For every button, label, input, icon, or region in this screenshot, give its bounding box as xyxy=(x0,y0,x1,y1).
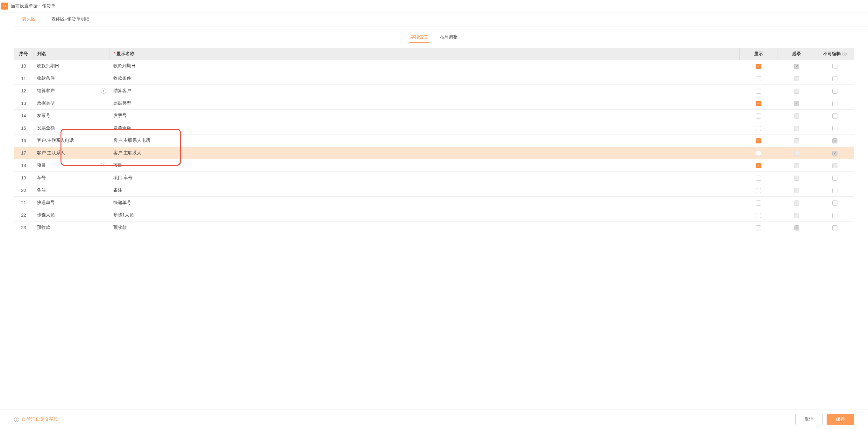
cell-name: 步骤人员 xyxy=(33,209,110,222)
cell-name: 结算客户+ xyxy=(33,85,110,97)
cell-name: 客户.主联系人电话 xyxy=(33,135,110,147)
col-seq-header: 序号 xyxy=(14,48,33,60)
table-row: 14发票号发票号 xyxy=(14,110,854,122)
cell-display[interactable]: 结算客户 xyxy=(110,85,739,97)
noedit-checkbox[interactable] xyxy=(832,64,837,69)
cell-seq: 11 xyxy=(14,73,33,85)
subtab-1[interactable]: 布局调整 xyxy=(438,32,459,44)
cell-display[interactable]: 客户.主联系人 xyxy=(110,147,739,160)
expand-panel-button[interactable] xyxy=(1,3,8,9)
cell-display[interactable]: 收款条件 xyxy=(110,73,739,85)
subtab-0[interactable]: 字段设置 xyxy=(409,32,430,44)
show-checkbox[interactable] xyxy=(756,89,761,94)
add-subfield-button[interactable]: + xyxy=(101,163,106,168)
cell-seq: 10 xyxy=(14,60,33,73)
noedit-checkbox[interactable] xyxy=(832,213,837,218)
cell-required xyxy=(778,122,816,135)
noedit-checkbox[interactable] xyxy=(832,113,837,119)
cell-noedit xyxy=(816,73,854,85)
required-checkbox xyxy=(794,200,799,206)
noedit-checkbox[interactable] xyxy=(832,200,837,206)
cell-show xyxy=(739,122,778,135)
cell-required xyxy=(778,73,816,85)
required-checkbox xyxy=(794,163,799,168)
cell-seq: 15 xyxy=(14,122,33,135)
cell-seq: 13 xyxy=(14,97,33,110)
cell-display[interactable]: 预收款 xyxy=(110,222,739,234)
cell-name: 客户.主联系人 xyxy=(33,147,110,160)
col-display-label: 显示名称 xyxy=(117,51,134,56)
required-checkbox xyxy=(794,188,799,193)
cell-show xyxy=(739,73,778,85)
noedit-checkbox[interactable] xyxy=(832,76,837,81)
required-checkbox xyxy=(794,126,799,131)
cell-required xyxy=(778,160,816,172)
cell-required xyxy=(778,172,816,184)
col-display-header: *显示名称 xyxy=(110,48,739,60)
noedit-checkbox[interactable] xyxy=(832,101,837,106)
show-checkbox[interactable] xyxy=(756,64,761,69)
cell-required xyxy=(778,97,816,110)
show-checkbox[interactable] xyxy=(756,176,761,181)
cell-noedit xyxy=(816,184,854,197)
cell-required xyxy=(778,184,816,197)
cell-display[interactable]: 备注 xyxy=(110,184,739,197)
add-subfield-button[interactable]: + xyxy=(101,88,106,94)
noedit-checkbox[interactable] xyxy=(832,89,837,94)
show-checkbox[interactable] xyxy=(756,200,761,206)
cell-required xyxy=(778,147,816,160)
required-star: * xyxy=(114,51,115,56)
table-row: 11收款条件收款条件 xyxy=(14,73,854,85)
table-row: 21快递单号快递单号 xyxy=(14,197,854,209)
topbar: 当前设置单据： 销货单 xyxy=(0,0,868,12)
cell-display[interactable]: 收款到期日 xyxy=(110,60,739,73)
cell-display[interactable]: 项目.车号 xyxy=(110,172,739,184)
noedit-checkbox xyxy=(832,138,837,143)
show-checkbox[interactable] xyxy=(756,113,761,119)
required-checkbox xyxy=(794,64,799,69)
chevron-double-right-icon xyxy=(3,4,7,8)
cell-noedit xyxy=(816,110,854,122)
table-row: 12结算客户+结算客户 xyxy=(14,85,854,97)
cell-name: 发票号 xyxy=(33,110,110,122)
show-checkbox[interactable] xyxy=(756,101,761,106)
show-checkbox[interactable] xyxy=(756,225,761,230)
show-checkbox[interactable] xyxy=(756,126,761,131)
tab-0[interactable]: 表头区 xyxy=(14,12,43,26)
cell-display[interactable]: 客户.主联系人电话 xyxy=(110,135,739,147)
table-row: 16客户.主联系人电话客户.主联系人电话 xyxy=(14,135,854,147)
show-checkbox[interactable] xyxy=(756,151,761,156)
cell-seq: 20 xyxy=(14,184,33,197)
noedit-checkbox[interactable] xyxy=(832,126,837,131)
cell-display[interactable]: 快递单号 xyxy=(110,197,739,209)
help-icon[interactable]: ? xyxy=(842,52,847,56)
cell-required xyxy=(778,222,816,234)
cell-noedit xyxy=(816,160,854,172)
cell-display[interactable]: 步骤1人员 xyxy=(110,209,739,222)
cell-name: 快递单号 xyxy=(33,197,110,209)
topbar-prefix: 当前设置单据： xyxy=(11,3,42,9)
cell-display[interactable]: 发票号 xyxy=(110,110,739,122)
cell-display[interactable]: 票据类型 xyxy=(110,97,739,110)
cell-name: 项目+ xyxy=(33,160,110,172)
table-row: 19车号项目.车号 xyxy=(14,172,854,184)
cell-show xyxy=(739,60,778,73)
topbar-doc: 销货单 xyxy=(42,3,55,9)
noedit-checkbox xyxy=(832,163,837,168)
tab-1[interactable]: 表体区–销货单明细 xyxy=(43,12,97,26)
cell-show xyxy=(739,209,778,222)
required-checkbox xyxy=(794,225,799,230)
show-checkbox[interactable] xyxy=(756,188,761,193)
table-row: 23预收款预收款 xyxy=(14,222,854,234)
show-checkbox[interactable] xyxy=(756,76,761,81)
noedit-checkbox[interactable] xyxy=(832,188,837,193)
noedit-checkbox[interactable] xyxy=(832,176,837,181)
show-checkbox[interactable] xyxy=(756,213,761,218)
cell-display[interactable]: 发票金额 xyxy=(110,122,739,135)
show-checkbox[interactable] xyxy=(756,138,761,143)
noedit-checkbox[interactable] xyxy=(832,225,837,230)
sub-tabs: 字段设置布局调整 xyxy=(409,32,459,44)
show-checkbox[interactable] xyxy=(756,163,761,168)
cell-name: 车号 xyxy=(33,172,110,184)
cell-display[interactable]: 项目 xyxy=(110,160,739,172)
